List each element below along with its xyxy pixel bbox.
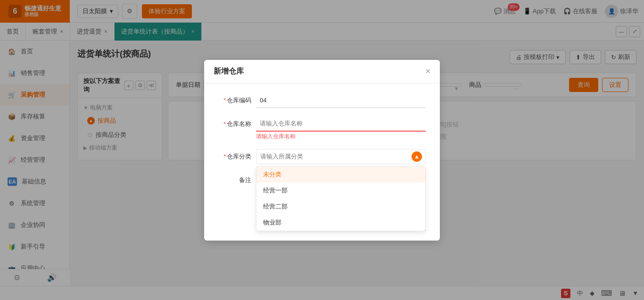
code-input[interactable] xyxy=(256,93,426,108)
category-dropdown-wrap: ▲ 未分类 经营一部 经营二部 物业部 xyxy=(256,149,426,164)
modal-body: *仓库编码 *仓库名称 请输入仓库名称 *仓库分类 xyxy=(204,83,440,210)
note-label: 备注 xyxy=(218,173,256,184)
category-label: *仓库分类 xyxy=(218,149,256,161)
option-unclassified[interactable]: 未分类 xyxy=(256,167,425,183)
category-row: *仓库分类 ▲ 未分类 经营一部 经营二部 物业部 xyxy=(218,149,426,164)
modal-title: 新增仓库 xyxy=(214,67,244,76)
name-input-wrap: 请输入仓库名称 xyxy=(256,117,426,141)
code-label: *仓库编码 xyxy=(218,93,256,105)
name-label: *仓库名称 xyxy=(218,117,256,128)
option-dept2[interactable]: 经营二部 xyxy=(256,199,425,215)
category-dropdown-arrow[interactable]: ▲ xyxy=(412,151,422,162)
option-dept1[interactable]: 经营一部 xyxy=(256,183,425,199)
category-input[interactable] xyxy=(256,149,426,164)
name-input[interactable] xyxy=(256,117,426,132)
name-row: *仓库名称 请输入仓库名称 xyxy=(218,117,426,141)
add-warehouse-modal: 新增仓库 × *仓库编码 *仓库名称 请输入仓库名称 xyxy=(204,60,440,241)
modal-close-button[interactable]: × xyxy=(425,67,430,75)
name-error-msg: 请输入仓库名称 xyxy=(256,133,426,141)
code-row: *仓库编码 xyxy=(218,93,426,108)
category-dropdown-list: 未分类 经营一部 经营二部 物业部 xyxy=(256,166,426,231)
option-dept3[interactable]: 物业部 xyxy=(256,215,425,231)
modal-header: 新增仓库 × xyxy=(204,60,440,83)
modal-overlay: 新增仓库 × *仓库编码 *仓库名称 请输入仓库名称 xyxy=(0,0,644,300)
